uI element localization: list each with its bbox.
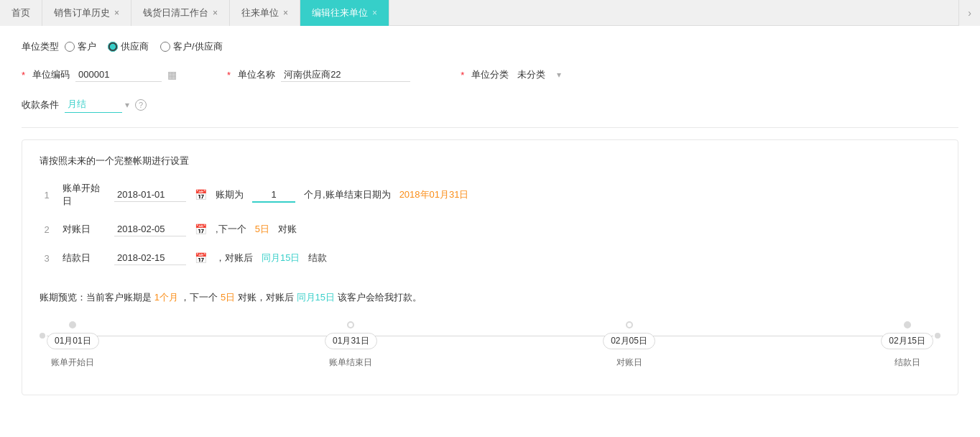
payment-terms-arrow-icon[interactable]: ▾ bbox=[125, 100, 129, 110]
panel-hint: 请按照未来的一个完整帐期进行设置 bbox=[40, 155, 940, 167]
payment-terms-label: 收款条件 bbox=[22, 98, 59, 111]
row-1-suffix: 个月,账单结束日期为 bbox=[304, 188, 391, 201]
preview-part2: ，下一个 bbox=[180, 292, 218, 303]
unit-category-label: 单位分类 bbox=[471, 68, 509, 81]
payment-terms-help-icon[interactable]: ? bbox=[135, 99, 147, 111]
radio-customer-label: 客户 bbox=[78, 40, 96, 53]
payment-date-input[interactable] bbox=[114, 251, 186, 265]
timeline-badge-1: 01月31日 bbox=[325, 333, 377, 349]
unit-type-field: 单位类型 客户 供应商 客户/供应商 bbox=[22, 40, 223, 53]
row-label-2: 对账日 bbox=[63, 223, 106, 236]
tab-cash-ledger[interactable]: 钱货日清工作台 × bbox=[131, 0, 230, 26]
row-2-suffix: 对账 bbox=[278, 223, 297, 236]
tab-partners-close[interactable]: × bbox=[283, 8, 288, 18]
unit-name-required: * bbox=[227, 70, 231, 80]
radio-both-input[interactable] bbox=[160, 42, 170, 52]
timeline-point-2: 02月05日 对账日 bbox=[603, 321, 655, 369]
unit-code-icon[interactable]: ▦ bbox=[167, 69, 177, 80]
radio-both[interactable]: 客户/供应商 bbox=[160, 40, 223, 53]
tab-cash-ledger-label: 钱货日清工作台 bbox=[143, 6, 208, 19]
timeline-label-1: 账单结束日 bbox=[329, 356, 372, 369]
radio-supplier[interactable]: 供应商 bbox=[108, 40, 149, 53]
timeline-circle-3 bbox=[904, 321, 911, 328]
preview-part2-highlight: 5日 bbox=[221, 292, 235, 303]
start-date-input[interactable] bbox=[114, 188, 186, 202]
tab-bar: 首页 销售订单历史 × 钱货日清工作台 × 往来单位 × 编辑往来单位 × › bbox=[0, 0, 980, 26]
timeline-points: 01月01日 账单开始日 01月31日 账单结束日 02月05日 对账日 bbox=[47, 321, 933, 369]
unit-name-field: * 单位名称 bbox=[227, 68, 410, 82]
timeline-dot-left bbox=[40, 333, 45, 339]
preview-label: 账期预览：当前客户账期是 bbox=[40, 292, 152, 303]
row-num-2: 2 bbox=[40, 224, 54, 235]
row-2-prefix: ,下一个 bbox=[216, 223, 246, 236]
timeline-point-3: 02月15日 结款日 bbox=[881, 321, 933, 369]
main-content: 单位类型 客户 供应商 客户/供应商 * 单位编码 bbox=[0, 26, 980, 437]
timeline-point-1: 01月31日 账单结束日 bbox=[325, 321, 377, 369]
preview-part1: 1个月 bbox=[154, 292, 178, 303]
preview-part4: 该客户会给我打款。 bbox=[338, 292, 422, 303]
timeline-label-0: 账单开始日 bbox=[51, 356, 94, 369]
tab-edit-partner[interactable]: 编辑往来单位 × bbox=[300, 0, 389, 26]
tab-edit-partner-label: 编辑往来单位 bbox=[312, 6, 368, 19]
chevron-right-icon: › bbox=[968, 7, 971, 19]
unit-code-field: * 单位编码 ▦ bbox=[22, 68, 177, 82]
preview-part3: 对账，对账后 bbox=[238, 292, 294, 303]
timeline: 01月01日 账单开始日 01月31日 账单结束日 02月05日 对账日 bbox=[40, 321, 940, 369]
setting-row-2: 2 对账日 📅 ,下一个 5日 对账 bbox=[40, 222, 940, 236]
reconcile-date-input[interactable] bbox=[114, 222, 186, 236]
payment-date-calendar-icon[interactable]: 📅 bbox=[195, 252, 207, 264]
unit-name-input[interactable] bbox=[281, 68, 410, 82]
preview-section: 账期预览：当前客户账期是 1个月 ，下一个 5日 对账，对账后 同月15日 该客… bbox=[40, 280, 940, 380]
radio-both-label: 客户/供应商 bbox=[173, 40, 223, 53]
tab-home-label: 首页 bbox=[11, 6, 30, 19]
timeline-badge-0: 01月01日 bbox=[47, 333, 99, 349]
tab-partners[interactable]: 往来单位 × bbox=[230, 0, 300, 26]
tab-cash-ledger-close[interactable]: × bbox=[213, 8, 218, 18]
unit-category-dropdown-icon[interactable]: ▾ bbox=[557, 70, 561, 80]
timeline-circle-0 bbox=[69, 321, 76, 328]
radio-supplier-label: 供应商 bbox=[121, 40, 149, 53]
payment-terms-field: 收款条件 月结 ▾ ? bbox=[22, 96, 147, 113]
tab-home[interactable]: 首页 bbox=[0, 0, 42, 26]
period-input[interactable] bbox=[252, 188, 295, 203]
payment-terms-select[interactable]: 月结 ▾ bbox=[65, 96, 129, 113]
setting-row-1: 1 账单开始日 📅 账期为 个月,账单结束日期为 2018年01月31日 bbox=[40, 182, 940, 208]
unit-info-row: * 单位编码 ▦ * 单位名称 * 单位分类 未分类 ▾ bbox=[22, 68, 958, 82]
radio-customer-input[interactable] bbox=[65, 42, 75, 52]
unit-category-field: * 单位分类 未分类 ▾ bbox=[461, 68, 561, 81]
timeline-point-0: 01月01日 账单开始日 bbox=[47, 321, 99, 369]
tab-scroll-arrow[interactable]: › bbox=[958, 0, 980, 26]
start-date-calendar-icon[interactable]: 📅 bbox=[195, 189, 207, 201]
unit-code-input[interactable] bbox=[75, 68, 162, 82]
setting-row-3: 3 结款日 📅 ，对账后 同月15日 结款 bbox=[40, 251, 940, 265]
unit-code-required: * bbox=[22, 70, 25, 80]
row-num-3: 3 bbox=[40, 253, 54, 264]
row-3-highlight: 同月15日 bbox=[262, 252, 300, 264]
unit-category-required: * bbox=[461, 70, 464, 80]
row-1-mid-text: 账期为 bbox=[216, 188, 244, 201]
settings-panel: 请按照未来的一个完整帐期进行设置 1 账单开始日 📅 账期为 个月,账单结束日期… bbox=[22, 139, 958, 395]
row-label-1: 账单开始日 bbox=[63, 182, 106, 208]
radio-group-unit-type: 客户 供应商 客户/供应商 bbox=[65, 40, 223, 53]
tab-sales-history-close[interactable]: × bbox=[114, 8, 119, 18]
row-num-1: 1 bbox=[40, 190, 54, 201]
radio-customer[interactable]: 客户 bbox=[65, 40, 96, 53]
tab-partners-label: 往来单位 bbox=[241, 6, 279, 19]
radio-supplier-input[interactable] bbox=[108, 42, 118, 52]
unit-name-label: 单位名称 bbox=[238, 68, 275, 81]
preview-text: 账期预览：当前客户账期是 1个月 ，下一个 5日 对账，对账后 同月15日 该客… bbox=[40, 291, 940, 304]
row-label-3: 结款日 bbox=[63, 252, 106, 264]
tab-sales-history-label: 销售订单历史 bbox=[54, 6, 110, 19]
timeline-badge-2: 02月05日 bbox=[603, 333, 655, 349]
row-2-highlight: 5日 bbox=[255, 223, 269, 236]
payment-terms-value[interactable]: 月结 bbox=[65, 96, 122, 113]
timeline-label-2: 对账日 bbox=[616, 356, 642, 369]
reconcile-date-calendar-icon[interactable]: 📅 bbox=[195, 224, 207, 235]
section-divider bbox=[22, 127, 958, 128]
row-1-highlight: 2018年01月31日 bbox=[399, 188, 469, 201]
unit-type-label: 单位类型 bbox=[22, 40, 59, 53]
tab-sales-history[interactable]: 销售订单历史 × bbox=[42, 0, 131, 26]
tab-edit-partner-close[interactable]: × bbox=[372, 8, 377, 18]
preview-part3-highlight: 同月15日 bbox=[297, 292, 335, 303]
row-3-prefix: ，对账后 bbox=[216, 252, 253, 264]
